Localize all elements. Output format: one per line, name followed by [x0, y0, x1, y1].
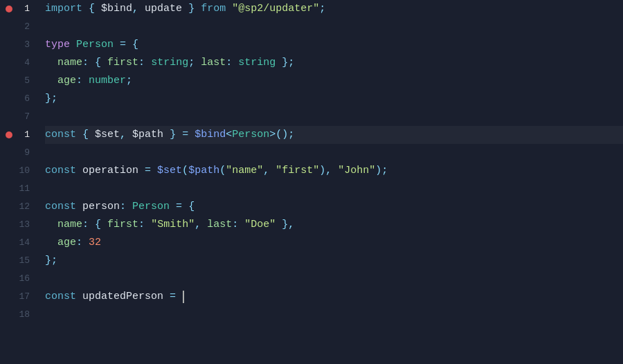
- gutter-line-3: 3: [0, 36, 38, 54]
- code-editor[interactable]: import { $bind, update } from "@sp2/upda…: [38, 0, 623, 364]
- code-line-18: [45, 306, 623, 324]
- breakpoint-1[interactable]: [6, 6, 12, 12]
- gutter-line-8: 1: [0, 126, 38, 144]
- code-line-9: [45, 144, 623, 162]
- gutter-line-14: 14: [0, 234, 38, 252]
- editor: 1 2 3 4 5 6 7 1 9 10 11 12 13 14 15 16 1…: [0, 0, 623, 364]
- gutter-line-7: 7: [0, 108, 38, 126]
- gutter-line-6: 6: [0, 90, 38, 108]
- breakpoint-8[interactable]: [6, 131, 12, 138]
- code-line-11: [45, 180, 623, 198]
- text-cursor: [183, 291, 184, 303]
- gutter-line-15: 15: [0, 252, 38, 270]
- code-line-13: name: { first: "Smith", last: "Doe" },: [45, 216, 623, 234]
- gutter-line-9: 9: [0, 144, 38, 162]
- code-line-17: const updatedPerson =: [45, 288, 623, 306]
- gutter-line-11: 11: [0, 180, 38, 198]
- code-line-7: [45, 108, 623, 126]
- gutter-line-4: 4: [0, 54, 38, 72]
- code-line-2: [45, 18, 623, 36]
- code-line-16: [45, 270, 623, 288]
- code-line-3: type Person = {: [45, 36, 623, 54]
- gutter-line-10: 10: [0, 162, 38, 180]
- code-line-15: };: [45, 252, 623, 270]
- gutter-line-2: 2: [0, 18, 38, 36]
- line-numbers: 1 2 3 4 5 6 7 1 9 10 11 12 13 14 15 16 1…: [0, 0, 38, 364]
- gutter-line-1: 1: [0, 0, 38, 18]
- code-line-1: import { $bind, update } from "@sp2/upda…: [45, 0, 623, 18]
- code-line-8: const { $set, $path } = $bind<Person>();: [45, 126, 623, 144]
- code-line-4: name: { first: string; last: string };: [45, 54, 623, 72]
- gutter-line-16: 16: [0, 270, 38, 288]
- code-line-14: age: 32: [45, 234, 623, 252]
- gutter-line-13: 13: [0, 216, 38, 234]
- gutter-line-18: 18: [0, 306, 38, 324]
- code-line-6: };: [45, 90, 623, 108]
- code-line-5: age: number;: [45, 72, 623, 90]
- gutter-line-12: 12: [0, 198, 38, 216]
- code-line-12: const person: Person = {: [45, 198, 623, 216]
- gutter-line-17: 17: [0, 288, 38, 306]
- gutter-line-5: 5: [0, 72, 38, 90]
- code-line-10: const operation = $set($path("name", "fi…: [45, 162, 623, 180]
